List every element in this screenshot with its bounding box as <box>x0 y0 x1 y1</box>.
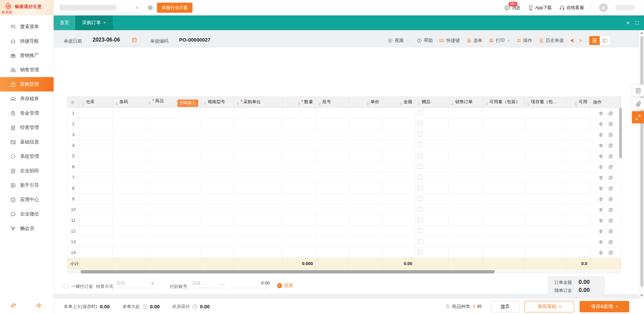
sort-arrows-icon[interactable] <box>237 102 239 106</box>
col-header-sales_order[interactable]: 销售订单 <box>449 97 483 108</box>
gift-checkbox[interactable] <box>418 121 423 126</box>
cell-barcode[interactable] <box>113 194 146 204</box>
help-button[interactable]: 帮助 <box>417 38 433 44</box>
cell-barcode[interactable] <box>113 172 146 183</box>
cell-gift[interactable] <box>415 151 449 162</box>
cell-available_cut[interactable] <box>567 194 590 204</box>
account-select[interactable]: 选择... ... <box>192 278 226 288</box>
col-header-gift[interactable]: 赠品 <box>415 97 449 108</box>
cell-amount[interactable] <box>382 129 415 140</box>
cell-spec[interactable] <box>201 129 234 140</box>
cell-qty[interactable] <box>282 204 316 215</box>
cell-spec[interactable] <box>201 172 234 183</box>
table-row[interactable]: 14 <box>67 247 621 258</box>
gift-checkbox[interactable] <box>418 175 423 179</box>
cell-amount[interactable] <box>382 237 415 247</box>
cell-product[interactable] <box>146 183 201 194</box>
cell-price[interactable] <box>349 172 382 183</box>
close-all-tabs-icon[interactable]: × <box>626 20 630 26</box>
cell-batch[interactable] <box>316 247 349 258</box>
scrollbar-down-arrow[interactable] <box>640 295 643 297</box>
cell-qty[interactable] <box>282 119 316 129</box>
cell-warehouse[interactable] <box>79 151 113 162</box>
fullscreen-icon[interactable] <box>635 21 639 25</box>
cell-available_pkg[interactable] <box>483 162 525 172</box>
cell-batch[interactable] <box>316 194 349 204</box>
col-header-stock_pkg[interactable]: 现存量（包... <box>525 97 567 108</box>
cell-available_pkg[interactable] <box>483 140 525 151</box>
cell-gift[interactable] <box>415 237 449 247</box>
cell-gift[interactable] <box>415 172 449 183</box>
cell-gift[interactable] <box>415 204 449 215</box>
cell-spec[interactable] <box>201 194 234 204</box>
sidebar-item-basic-info[interactable]: 基础信息 <box>0 135 54 149</box>
print-button[interactable]: 打印 ∨ <box>489 38 510 44</box>
table-row[interactable]: 11 <box>67 215 621 226</box>
cell-purchase_unit[interactable] <box>234 204 282 215</box>
pick-order-button[interactable]: 选单 <box>466 38 482 44</box>
cell-sales_order[interactable] <box>449 140 483 151</box>
scrollbar-up-arrow[interactable] <box>640 32 643 34</box>
cell-spec[interactable] <box>201 151 234 162</box>
cell-ops[interactable] <box>590 129 621 140</box>
cell-available_pkg[interactable] <box>483 119 525 129</box>
cell-product[interactable] <box>146 215 201 226</box>
cell-purchase_unit[interactable] <box>234 119 282 129</box>
gift-checkbox[interactable] <box>418 185 423 190</box>
sidebar-item-funds[interactable]: 资金管理 <box>0 106 54 120</box>
cell-product[interactable] <box>146 129 201 140</box>
cell-ops[interactable] <box>590 247 621 258</box>
cell-stock_pkg[interactable] <box>525 226 567 237</box>
cell-stock_pkg[interactable] <box>525 108 567 119</box>
cell-ops[interactable] <box>590 194 621 204</box>
cell-purchase_unit[interactable] <box>234 140 282 151</box>
cell-batch[interactable] <box>316 226 349 237</box>
copy-row-icon[interactable] <box>608 218 613 223</box>
column-settings-gear-icon[interactable] <box>70 100 75 105</box>
cell-available_cut[interactable] <box>567 215 590 226</box>
cell-purchase_unit[interactable] <box>234 162 282 172</box>
cell-barcode[interactable] <box>113 204 146 215</box>
save-draft-button[interactable]: 保存草稿∧ <box>525 301 574 312</box>
header-gear-icon[interactable] <box>147 4 154 11</box>
cell-product[interactable] <box>146 194 201 204</box>
tab-purchase-order[interactable]: 采购订单 × <box>75 15 113 30</box>
cell-spec[interactable] <box>201 247 234 258</box>
cell-spec[interactable] <box>201 237 234 247</box>
cell-spec[interactable] <box>201 204 234 215</box>
cell-qty[interactable] <box>282 215 316 226</box>
cell-batch[interactable] <box>316 140 349 151</box>
cell-warehouse[interactable] <box>79 237 113 247</box>
sidebar-item-purchase[interactable]: 采购管理 <box>0 77 54 91</box>
cell-warehouse[interactable] <box>79 194 113 204</box>
cell-product[interactable] <box>146 162 201 172</box>
cell-ops[interactable] <box>590 108 621 119</box>
sort-arrows-icon[interactable] <box>486 102 488 106</box>
cell-sales_order[interactable] <box>449 247 483 258</box>
col-header-product[interactable]: *商品扫码录入 <box>146 97 201 108</box>
cell-barcode[interactable] <box>113 183 146 194</box>
cell-ops[interactable] <box>590 237 621 247</box>
table-row[interactable]: 12 <box>67 226 621 237</box>
table-row[interactable]: 2 <box>67 119 621 129</box>
cell-available_cut[interactable] <box>567 151 590 162</box>
col-header-warehouse[interactable]: 仓库 <box>79 97 113 108</box>
cell-purchase_unit[interactable] <box>234 247 282 258</box>
delete-row-icon[interactable] <box>598 175 603 180</box>
trial-solution-button[interactable]: 体验行业方案 <box>157 3 193 13</box>
cell-barcode[interactable] <box>113 162 146 172</box>
sidebar-item-quick-nav[interactable]: 快捷导航 <box>0 34 54 48</box>
copy-row-icon[interactable] <box>608 240 613 245</box>
cell-gift[interactable] <box>415 119 449 129</box>
cell-stock_pkg[interactable] <box>525 162 567 172</box>
copy-row-icon[interactable] <box>608 197 613 202</box>
cell-product[interactable] <box>146 237 201 247</box>
cell-qty[interactable] <box>282 151 316 162</box>
cell-product[interactable] <box>146 108 201 119</box>
sort-arrows-icon[interactable] <box>82 102 84 106</box>
cell-amount[interactable] <box>382 215 415 226</box>
gift-checkbox[interactable] <box>418 250 423 254</box>
deposit-amount-input[interactable]: 0.00 <box>232 278 270 288</box>
table-row[interactable]: 4 <box>67 140 621 151</box>
cell-ops[interactable] <box>590 226 621 237</box>
